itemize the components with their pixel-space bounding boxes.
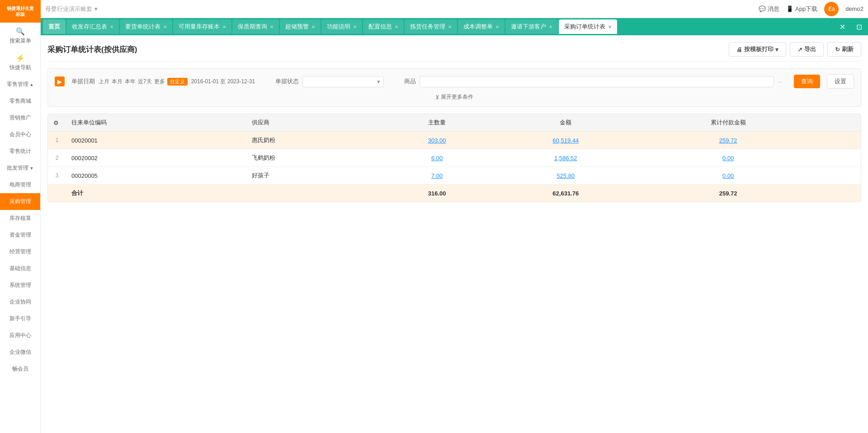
- shortcut-more[interactable]: 更多: [154, 78, 165, 86]
- tab-overstock-close[interactable]: ✕: [311, 24, 315, 29]
- tab-shelf-life-close[interactable]: ✕: [270, 24, 274, 29]
- sidebar-item-wholesale[interactable]: 批发管理: [0, 160, 40, 176]
- print-label: 按模板打印: [744, 45, 774, 53]
- tab-requisition[interactable]: 要货单统计表 ✕: [120, 19, 172, 34]
- row-2-extra: [818, 149, 861, 167]
- shortcut-this-month[interactable]: 本月: [112, 78, 123, 86]
- sidebar-item-ops[interactable]: 经营管理: [0, 243, 40, 260]
- workspace-dropdown-icon[interactable]: ▾: [94, 5, 98, 12]
- sidebar-item-marketing[interactable]: 营销推广: [0, 109, 40, 126]
- row-1-qty[interactable]: 303.00: [381, 132, 493, 149]
- sidebar-item-member[interactable]: 会员中心: [0, 126, 40, 143]
- row-2-amount[interactable]: 1,586.52: [493, 149, 638, 167]
- tab-config-label: 配置信息: [368, 23, 392, 31]
- topbar: 母婴行业演示账套 ▾ 💬 消息 📱 App下载 Ea demo2: [41, 0, 868, 18]
- tab-home-label: 首页: [48, 23, 60, 31]
- user-avatar[interactable]: Ea: [824, 2, 839, 16]
- export-btn[interactable]: ↗ 导出: [790, 42, 824, 57]
- sidebar-item-app-center[interactable]: 应用中心: [0, 327, 40, 344]
- shortcut-this-year[interactable]: 本年: [125, 78, 136, 86]
- col-paid: 累计付款金额: [638, 114, 818, 132]
- tab-available-inventory[interactable]: 可用量库存账本 ✕: [173, 19, 231, 34]
- sidebar-item-system[interactable]: 系统管理: [0, 277, 40, 294]
- goods-input[interactable]: [420, 76, 774, 87]
- app-download-btn[interactable]: 📱 App下载: [786, 5, 817, 13]
- shortcut-last-month[interactable]: 上月: [99, 78, 109, 86]
- tab-purchase-stats[interactable]: 采购订单统计表 ✕: [559, 19, 617, 34]
- filter-goods-item: 商品 ···: [404, 76, 783, 87]
- message-btn[interactable]: 💬 消息: [759, 5, 779, 13]
- print-btn[interactable]: 🖨 按模板打印 ▾: [729, 42, 786, 57]
- row-2-code: 00020002: [66, 149, 246, 167]
- sidebar-item-nav-label: 快捷导航: [9, 64, 31, 71]
- tab-functions-close[interactable]: ✕: [353, 24, 357, 29]
- tab-available-inventory-close[interactable]: ✕: [222, 24, 226, 29]
- footer-label: 合计: [66, 185, 381, 202]
- tab-requisition-label: 要货单统计表: [125, 23, 160, 31]
- tab-config[interactable]: 配置信息 ✕: [363, 19, 404, 34]
- username[interactable]: demo2: [845, 5, 863, 12]
- refresh-btn[interactable]: ↻ 刷新: [827, 42, 861, 57]
- tab-invite-customer[interactable]: 邀请下游客户 ✕: [505, 19, 558, 34]
- sidebar-item-inventory[interactable]: 库存核算: [0, 210, 40, 227]
- row-1-amount[interactable]: 60,519.44: [493, 132, 638, 149]
- row-2-paid[interactable]: 0.00: [638, 149, 818, 167]
- expand-more-btn[interactable]: ⊻ 展开更多条件: [435, 93, 473, 101]
- shortcut-7days[interactable]: 近7天: [138, 78, 152, 86]
- sidebar-item-ecommerce-label: 电商管理: [9, 181, 31, 189]
- close-all-tabs-btn[interactable]: ✕: [836, 22, 849, 32]
- row-3-extra: [818, 167, 861, 185]
- sidebar-item-search[interactable]: 🔍 搜索菜单: [0, 23, 40, 49]
- tab-stock-summary-close[interactable]: ✕: [110, 24, 113, 29]
- row-3-amount[interactable]: 525.80: [493, 167, 638, 185]
- goods-more-btn[interactable]: ···: [778, 78, 783, 85]
- query-btn[interactable]: 查询: [794, 75, 820, 88]
- sidebar-item-weixin[interactable]: 企业微信: [0, 344, 40, 361]
- export-label: 导出: [804, 45, 816, 53]
- search-icon: 🔍: [16, 27, 25, 36]
- sidebar-item-ecommerce[interactable]: 电商管理: [0, 176, 40, 193]
- tab-shelf-life[interactable]: 保质期查询 ✕: [232, 19, 279, 34]
- row-1-paid[interactable]: 259.72: [638, 132, 818, 149]
- expand-more: ⊻ 展开更多条件: [55, 93, 854, 101]
- col-qty: 主数量: [381, 114, 493, 132]
- sidebar-item-retail-mall[interactable]: 零售商城: [0, 93, 40, 109]
- sidebar-item-retail-stat[interactable]: 零售统计: [0, 143, 40, 160]
- col-settings-icon[interactable]: ⚙: [53, 119, 59, 126]
- sidebar-item-finance[interactable]: 资金管理: [0, 227, 40, 243]
- sidebar-item-purchase[interactable]: 采购管理: [0, 193, 40, 210]
- status-filter-label: 单据状态: [275, 77, 299, 86]
- row-3-paid[interactable]: 0.00: [638, 167, 818, 185]
- status-select[interactable]: [302, 76, 384, 87]
- filter-area: ▶ 单据日期 上月 本月 本年 近7天 更多 自定义 2016-01-01 至 …: [47, 68, 861, 107]
- tab-cost-adjust[interactable]: 成本调整单 ✕: [458, 19, 505, 34]
- sidebar-item-vip[interactable]: 畅会员: [0, 361, 40, 377]
- filter-date-item: 单据日期 上月 本月 本年 近7天 更多 自定义 2016-01-01 至 20…: [71, 77, 255, 86]
- tab-pick-task-close[interactable]: ✕: [448, 24, 452, 29]
- tab-purchase-stats-close[interactable]: ✕: [608, 24, 612, 29]
- settings-btn[interactable]: 设置: [827, 74, 854, 89]
- tab-functions[interactable]: 功能说明 ✕: [321, 19, 362, 34]
- tab-cost-adjust-close[interactable]: ✕: [495, 24, 499, 29]
- sidebar-item-base[interactable]: 基础信息: [0, 260, 40, 277]
- sidebar-item-nav[interactable]: ⚡ 快捷导航: [0, 49, 40, 76]
- sidebar-item-guide[interactable]: 新手引导: [0, 310, 40, 327]
- row-3-qty[interactable]: 7.00: [381, 167, 493, 185]
- export-icon: ↗: [797, 46, 802, 53]
- sidebar-item-marketing-label: 营销推广: [9, 114, 31, 122]
- filter-collapse-btn[interactable]: ▶: [55, 76, 65, 86]
- tab-stock-summary[interactable]: 收发存汇总表 ✕: [66, 19, 119, 34]
- tab-home[interactable]: 首页: [43, 19, 66, 34]
- tab-invite-customer-close[interactable]: ✕: [549, 24, 552, 29]
- sidebar-item-retail-mgmt[interactable]: 零售管理: [0, 76, 40, 93]
- tab-overstock[interactable]: 超储预警 ✕: [280, 19, 321, 34]
- col-supplier: 供应商: [246, 114, 381, 132]
- row-2-qty[interactable]: 6.00: [381, 149, 493, 167]
- row-3-code: 00020005: [66, 167, 246, 185]
- tab-pick-task[interactable]: 拣货任务管理 ✕: [405, 19, 457, 34]
- tab-config-close[interactable]: ✕: [395, 24, 398, 29]
- sidebar-item-collab[interactable]: 企业协同: [0, 294, 40, 310]
- table-row: 2 00020002 飞鹤奶粉 6.00 1,586.52 0.00: [48, 149, 861, 167]
- tab-requisition-close[interactable]: ✕: [163, 24, 167, 29]
- maximize-btn[interactable]: ⊡: [853, 22, 866, 32]
